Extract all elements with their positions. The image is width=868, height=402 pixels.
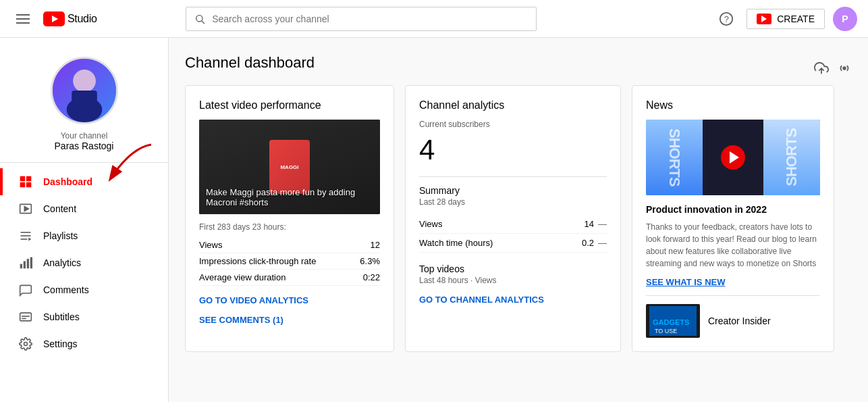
svg-point-30 <box>843 67 846 70</box>
stat-avd: Average view duration 0:22 <box>199 270 380 286</box>
subtitles-icon <box>19 310 32 324</box>
stat-ctr-value: 6.3% <box>360 256 380 266</box>
svg-rect-13 <box>26 182 32 188</box>
comments-icon <box>19 283 32 297</box>
sidebar-item-playlists[interactable]: Playlists <box>0 222 168 249</box>
main-content: Channel dashboard <box>169 38 868 402</box>
svg-rect-10 <box>20 176 26 182</box>
live-icon <box>837 61 852 76</box>
svg-rect-24 <box>30 257 32 269</box>
top-videos-period: Last 48 hours · Views <box>419 276 607 285</box>
metric-watchtime: Watch time (hours) 0.2 — <box>419 234 607 253</box>
play-circle <box>721 145 745 170</box>
svg-rect-12 <box>20 182 26 188</box>
svg-marker-16 <box>24 207 28 211</box>
svg-text:?: ? <box>724 14 729 24</box>
top-videos-title: Top videos <box>419 263 607 274</box>
svg-rect-21 <box>20 264 22 269</box>
help-icon: ? <box>719 11 734 26</box>
studio-label: Studio <box>67 13 97 25</box>
gadgets-logo: GADGETS TO USE <box>646 304 700 338</box>
latest-video-title: Latest video performance <box>199 99 380 111</box>
see-comments-link[interactable]: SEE COMMENTS (1) <box>199 315 380 325</box>
summary-period: Last 28 days <box>419 197 607 207</box>
channel-analytics-title: Channel analytics <box>419 99 607 111</box>
stat-views: Views 12 <box>199 237 380 253</box>
svg-line-3 <box>202 21 205 24</box>
metric-watchtime-label: Watch time (hours) <box>419 238 493 248</box>
topnav-right: ? CREATE P <box>714 7 857 31</box>
sidebar-item-analytics[interactable]: Analytics <box>0 249 168 276</box>
sidebar-item-label-dashboard: Dashboard <box>43 176 92 187</box>
help-button[interactable]: ? <box>714 7 738 31</box>
stat-ctr: Impressions click-through rate 6.3% <box>199 253 380 270</box>
sidebar-item-label-playlists: Playlists <box>43 230 78 241</box>
news-thumbnail: SHORTS SHORTS <box>646 120 820 195</box>
stat-ctr-label: Impressions click-through rate <box>199 256 316 266</box>
search-input[interactable] <box>212 14 528 24</box>
playlists-icon <box>19 229 32 243</box>
sidebar-item-content[interactable]: Content <box>0 195 168 222</box>
news-thumb-center <box>703 120 763 195</box>
settings-icon <box>19 337 32 351</box>
sidebar-item-comments[interactable]: Comments <box>0 276 168 303</box>
shorts-text-left: SHORTS <box>666 128 683 186</box>
go-to-video-analytics-link[interactable]: GO TO VIDEO ANALYTICS <box>199 295 380 305</box>
search-icon <box>194 14 205 24</box>
news-body: Thanks to your feedback, creators have l… <box>646 221 820 270</box>
creator-insider: GADGETS TO USE Creator Insider <box>646 295 820 338</box>
live-button[interactable] <box>837 61 852 79</box>
news-card: News SHORTS SHORTS Product innovation in… <box>632 85 834 352</box>
youtube-studio-logo[interactable]: Studio <box>43 11 97 26</box>
sidebar-item-subtitles[interactable]: Subtitles <box>0 303 168 330</box>
sidebar-item-settings[interactable]: Settings <box>0 330 168 357</box>
svg-rect-11 <box>26 176 32 182</box>
analytics-icon <box>19 256 32 270</box>
go-to-channel-analytics-link[interactable]: GO TO CHANNEL ANALYTICS <box>419 295 607 305</box>
topnav: Studio ? CREATE P <box>0 0 868 38</box>
red-arrow <box>97 141 158 195</box>
video-thumb-product: MAGGI <box>269 140 310 194</box>
news-thumb-right: SHORTS <box>763 120 820 195</box>
subscribers-count: 4 <box>419 134 607 166</box>
video-stats-period: First 283 days 23 hours: <box>199 222 380 232</box>
stat-views-label: Views <box>199 240 222 250</box>
search-bar[interactable] <box>186 7 537 31</box>
user-avatar[interactable]: P <box>833 7 857 31</box>
sidebar-item-label-analytics: Analytics <box>43 257 81 268</box>
metric-watchtime-value-group: 0.2 — <box>582 238 607 248</box>
metric-views-value-group: 14 — <box>585 219 607 229</box>
sidebar-item-label-content: Content <box>43 203 76 214</box>
metric-views: Views 14 — <box>419 215 607 234</box>
svg-marker-20 <box>28 238 31 241</box>
metric-watchtime-value: 0.2 <box>582 238 594 248</box>
news-card-title: News <box>646 99 820 111</box>
subscribers-label: Current subscribers <box>419 120 607 129</box>
stat-views-value: 12 <box>371 240 380 250</box>
dashboard-icon <box>19 175 32 189</box>
metric-watchtime-dash: — <box>598 238 607 248</box>
channel-analytics-card: Channel analytics Current subscribers 4 … <box>405 85 621 352</box>
summary-title: Summary <box>419 185 607 196</box>
create-icon <box>757 14 771 24</box>
metric-views-label: Views <box>419 219 442 229</box>
see-what-is-new-link[interactable]: SEE WHAT IS NEW <box>646 277 725 287</box>
nav-items: Dashboard <box>0 163 168 402</box>
sidebar: Your channel Paras Rastogi Dashboard <box>0 38 169 402</box>
page-title: Channel dashboard <box>185 54 315 72</box>
section-divider <box>419 176 607 177</box>
sidebar-item-dashboard[interactable]: Dashboard <box>0 168 168 195</box>
news-headline: Product innovation in 2022 <box>646 203 820 216</box>
create-button[interactable]: CREATE <box>747 9 825 29</box>
svg-text:TO USE: TO USE <box>655 328 677 334</box>
svg-point-7 <box>73 70 96 93</box>
topnav-left: Studio <box>11 9 97 29</box>
channel-avatar <box>51 57 118 124</box>
create-label: CREATE <box>777 14 815 24</box>
metric-views-dash: — <box>598 219 607 229</box>
hamburger-menu[interactable] <box>11 9 35 29</box>
upload-button[interactable] <box>814 61 829 79</box>
svg-text:GADGETS: GADGETS <box>653 318 689 326</box>
page-title-actions <box>814 61 852 79</box>
layout: Your channel Paras Rastogi Dashboard <box>0 38 868 402</box>
